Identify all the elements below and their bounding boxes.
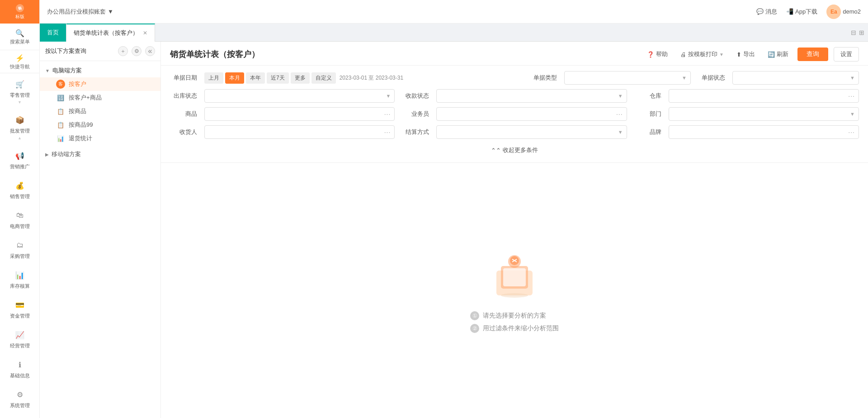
date-more-btn[interactable]: 更多 <box>291 72 310 84</box>
sidebar-item-finance[interactable]: 💳 资金管理 <box>0 294 39 324</box>
quick-nav[interactable]: ⚡ 快捷导航 <box>0 50 39 73</box>
receiver-dots-icon: ··· <box>384 128 391 136</box>
left-panel-title: 按以下方案查询 <box>45 47 114 55</box>
message-label: 消息 <box>765 8 777 16</box>
status-select[interactable]: ▼ <box>732 71 859 85</box>
settle-dropdown-icon: ▼ <box>618 129 623 135</box>
help-icon: ❓ <box>647 51 654 58</box>
collapse-up-icon: ⌃⌃ <box>491 147 501 154</box>
desktop-schemes: ▼ 电脑端方案 客 按客户 🔢 按客户+商品 📋 按商品 📋 <box>40 61 160 148</box>
page-actions: ❓ 帮助 🖨 按模板打印 ▼ ⬆ 导出 🔄 刷新 <box>643 47 859 62</box>
receiver-select[interactable]: ··· <box>204 125 395 139</box>
refresh-label: 刷新 <box>777 50 788 58</box>
scheme-by-customer-product[interactable]: 🔢 按客户+商品 <box>40 91 160 104</box>
download-btn[interactable]: 📲 App下载 <box>786 8 817 16</box>
main-area: 办公用品行业模拟账套 ▼ 💬 消息 📲 App下载 Ea demo2 首页 <box>40 0 868 418</box>
date-last-month-btn[interactable]: 上月 <box>204 72 223 84</box>
settle-select[interactable]: ▼ <box>436 125 627 139</box>
tab-sales-stats[interactable]: 销货单统计表（按客户） ✕ <box>66 24 155 42</box>
sidebar-item-system[interactable]: ⚙ 系统管理 <box>0 384 39 413</box>
sidebar-item-basic[interactable]: ℹ 基础信息 <box>0 354 39 384</box>
download-icon: 📲 <box>786 8 793 15</box>
settings-button[interactable]: 设置 <box>834 47 859 62</box>
out-select[interactable]: ▼ <box>204 89 395 103</box>
empty-state: ① 请先选择要分析的方案 ② 用过滤条件来缩小分析范围 <box>161 163 868 418</box>
desktop-scheme-parent[interactable]: ▼ 电脑端方案 <box>40 64 160 77</box>
sidebar-item-purchase[interactable]: 🗂 采购管理 <box>0 234 39 264</box>
hint-1-text: 请先选择要分析的方案 <box>483 312 546 320</box>
tab-home[interactable]: 首页 <box>40 24 66 42</box>
collapse-conditions-btn[interactable]: ⌃⌃ 收起更多条件 <box>170 143 859 157</box>
date-range-display: 2023-03-01 至 2023-03-31 <box>340 74 403 82</box>
export-btn[interactable]: ⬆ 导出 <box>733 48 759 60</box>
date-last7-btn[interactable]: 近7天 <box>267 72 289 84</box>
print-btn[interactable]: 🖨 按模板打印 ▼ <box>677 48 727 60</box>
sidebar-item-wholesale[interactable]: 📦 批发管理 ▲ <box>0 109 39 145</box>
mobile-scheme-parent[interactable]: ▶ 移动端方案 <box>40 148 160 161</box>
brand-dots-icon: ··· <box>848 128 855 136</box>
date-group: 上月 本月 本年 近7天 更多 自定义 2023-03-01 至 2023-03… <box>204 72 523 84</box>
date-this-year-btn[interactable]: 本年 <box>246 72 265 84</box>
query-button[interactable]: 查询 <box>797 48 828 61</box>
topbar-left: 办公用品行业模拟账套 ▼ <box>47 8 113 16</box>
sidebar-item-operation[interactable]: 📈 经营管理 <box>0 324 39 354</box>
date-label: 单据日期 <box>170 74 197 82</box>
sidebar-item-purchase-label: 采购管理 <box>10 253 30 260</box>
scheme-by-product99[interactable]: 📋 按商品99 <box>40 118 160 132</box>
type-dropdown-icon: ▼ <box>682 75 687 81</box>
svg-point-9 <box>501 293 528 298</box>
scheme-return-stats-label: 退货统计 <box>69 134 92 142</box>
tab-close-icon[interactable]: ✕ <box>143 30 147 36</box>
sidebar-item-sales-label: 销售管理 <box>10 193 30 200</box>
product-select[interactable]: ··· <box>204 107 395 121</box>
refresh-btn[interactable]: 🔄 刷新 <box>764 48 792 60</box>
sidebar-item-basic-label: 基础信息 <box>10 372 30 379</box>
scheme-by-product[interactable]: 📋 按商品 <box>40 104 160 118</box>
dept-select[interactable]: ▼ <box>669 107 859 121</box>
date-custom-btn[interactable]: 自定义 <box>311 72 336 84</box>
hint-2-text: 用过滤条件来缩小分析范围 <box>483 324 559 332</box>
username: demo2 <box>843 8 861 15</box>
by-product-icon: 📋 <box>56 107 65 116</box>
message-btn[interactable]: 💬 消息 <box>756 8 777 16</box>
sidebar-item-ecommerce-label: 电商管理 <box>10 223 30 230</box>
user-menu[interactable]: Ea demo2 <box>826 5 861 19</box>
scheme-return-stats[interactable]: 📊 退货统计 <box>40 132 160 145</box>
print-icon: 🖨 <box>680 51 686 58</box>
sidebar-item-marketing[interactable]: 📢 营销推广 <box>0 145 39 175</box>
add-scheme-btn[interactable]: ＋ <box>118 46 128 56</box>
tab-minimize-icon[interactable]: ⊟ <box>851 29 856 36</box>
search-menu[interactable]: 🔍 搜索菜单 <box>0 24 39 50</box>
sidebar-item-sales[interactable]: 💰 销售管理 <box>0 175 39 204</box>
refresh-icon: 🔄 <box>768 51 775 58</box>
payment-select[interactable]: ▼ <box>436 89 627 103</box>
sidebar-item-finance-label: 资金管理 <box>10 313 30 319</box>
filter-row-3: 商品 ··· 业务员 ··· 部门 ▼ <box>170 107 859 121</box>
tab-maximize-icon[interactable]: ⊞ <box>859 29 864 36</box>
warehouse-dots-icon: ··· <box>848 92 855 100</box>
sidebar-item-inventory[interactable]: 📊 库存核算 <box>0 264 39 294</box>
sidebar-item-system-label: 系统管理 <box>10 402 30 409</box>
status-dropdown-icon: ▼ <box>850 75 855 81</box>
hint-1-num: ① <box>470 311 479 320</box>
company-selector[interactable]: 办公用品行业模拟账套 ▼ <box>47 8 113 16</box>
collapse-panel-btn[interactable]: « <box>145 46 155 56</box>
logo-subtitle: 标版 <box>15 14 24 20</box>
collapse-label: 收起更多条件 <box>503 146 538 154</box>
date-this-month-btn[interactable]: 本月 <box>225 72 244 84</box>
left-panel-icons: ＋ ⚙ « <box>118 46 155 56</box>
scheme-by-customer[interactable]: 客 按客户 <box>40 77 160 91</box>
help-btn[interactable]: ❓ 帮助 <box>643 48 671 60</box>
svg-rect-4 <box>503 268 526 286</box>
scheme-by-customer-label: 按客户 <box>69 80 86 88</box>
sidebar-item-ecommerce[interactable]: 🛍 电商管理 <box>0 204 39 234</box>
brand-select[interactable]: ··· <box>669 125 859 139</box>
sidebar-item-corp[interactable]: 🤝 企业协同 <box>0 413 39 418</box>
staff-select[interactable]: ··· <box>436 107 627 121</box>
settings-scheme-btn[interactable]: ⚙ <box>132 46 142 56</box>
warehouse-select[interactable]: ··· <box>669 89 859 103</box>
search-menu-label: 搜索菜单 <box>10 38 30 45</box>
staff-dots-icon: ··· <box>616 110 623 118</box>
type-select[interactable]: ▼ <box>564 71 691 85</box>
sidebar-item-retail[interactable]: 🛒 零售管理 ▼ <box>0 73 39 109</box>
